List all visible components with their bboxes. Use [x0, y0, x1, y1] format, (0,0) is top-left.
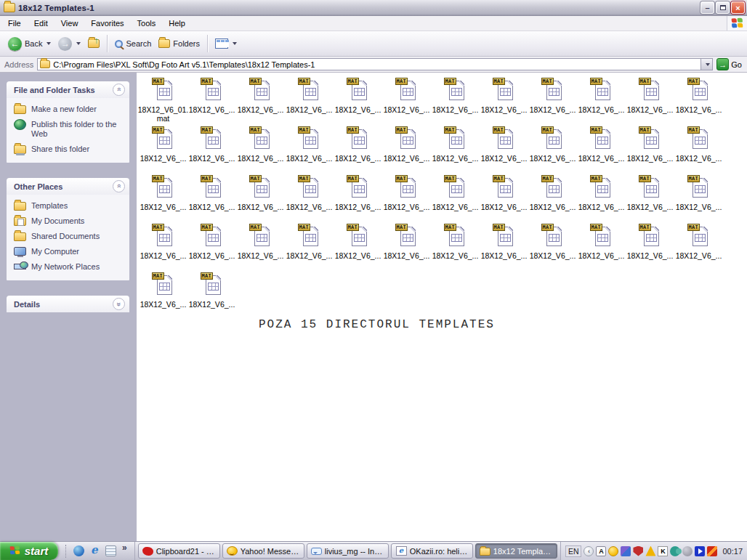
sidebar-item-make-a-new-folder[interactable]: Make a new folder — [14, 104, 125, 114]
folders-button[interactable]: Folders — [155, 37, 203, 50]
file-item[interactable]: MAT 18X12_V6_... — [528, 223, 577, 272]
sidebar-panel-header[interactable]: Other Places » — [7, 178, 129, 195]
menu-item-file[interactable]: File — [1, 17, 28, 30]
views-dropdown-icon[interactable] — [233, 42, 237, 45]
file-item[interactable]: MAT 18X12_V6_... — [528, 77, 577, 126]
views-button[interactable] — [211, 36, 241, 51]
file-item[interactable]: MAT 18X12_V6_... — [187, 126, 236, 174]
sidebar-item-shared-documents[interactable]: Shared Documents — [14, 231, 125, 241]
file-item[interactable]: MAT 18X12_V6_... — [236, 223, 285, 272]
file-item[interactable]: MAT 18X12_V6_... — [431, 223, 480, 272]
taskbar-task-18x12-templates-1[interactable]: 18x12 Templates-1 — [475, 543, 557, 559]
sidebar-panel-header[interactable]: Details » — [7, 296, 129, 312]
file-item[interactable]: MAT 18X12_V6_... — [334, 174, 382, 223]
menu-item-help[interactable]: Help — [162, 17, 192, 30]
file-item[interactable]: MAT 18X12_V6_... — [187, 77, 236, 126]
tray-downloader-icon[interactable] — [707, 546, 717, 556]
file-item[interactable]: MAT 18X12_V6_... — [187, 272, 236, 320]
close-button[interactable]: × — [731, 1, 745, 14]
show-desktop-icon[interactable] — [105, 545, 116, 556]
file-item[interactable]: MAT 18X12_V6_... — [382, 77, 431, 126]
file-item[interactable]: MAT 18X12_V6_... — [285, 77, 334, 126]
file-item[interactable]: MAT 18X12_V6_... — [382, 174, 431, 223]
taskbar-task-yahoo-messenger[interactable]: Yahoo! Messenger — [222, 543, 304, 559]
menu-item-view[interactable]: View — [54, 17, 85, 30]
file-item[interactable]: MAT 18X12_V6_... — [528, 126, 577, 174]
file-item[interactable]: MAT 18X12_V6_... — [577, 174, 626, 223]
file-item[interactable]: MAT 18X12_V6_... — [285, 223, 334, 272]
file-item[interactable]: MAT 18X12_V6_... — [480, 126, 528, 174]
back-dropdown-icon[interactable] — [47, 42, 51, 45]
tray-player-icon[interactable] — [695, 546, 705, 556]
file-item[interactable]: MAT 18X12_V6_... — [431, 77, 480, 126]
file-item[interactable]: MAT 18X12_V6_... — [674, 223, 723, 272]
file-item[interactable]: MAT 18X12_V6_... — [139, 126, 187, 174]
clock[interactable]: 00:17 — [722, 547, 743, 556]
file-item[interactable]: MAT 18X12_V6_... — [139, 174, 187, 223]
address-dropdown-button[interactable] — [700, 59, 712, 70]
chevron-icon[interactable]: » — [113, 84, 125, 96]
file-item[interactable]: MAT 18X12_V6_... — [139, 223, 187, 272]
sidebar-item-my-network-places[interactable]: My Network Places — [14, 261, 125, 272]
tray-msn-icon[interactable] — [621, 546, 631, 556]
taskbar-task-clipboard21-irf[interactable]: Clipboard21 - Irf... — [138, 543, 220, 559]
tray-warning-icon[interactable] — [645, 546, 655, 556]
file-item[interactable]: MAT 18X12_V6_... — [334, 126, 382, 174]
file-list-area[interactable]: MAT 18X12_V6_01.mat MAT 18X12_V6_... MAT… — [137, 73, 747, 541]
file-item[interactable]: MAT 18X12_V6_... — [285, 126, 334, 174]
go-button[interactable]: → Go — [716, 58, 745, 70]
file-item[interactable]: MAT 18X12_V6_... — [236, 77, 285, 126]
restore-button[interactable] — [716, 1, 730, 14]
menu-item-favorites[interactable]: Favorites — [84, 17, 130, 30]
sidebar-item-share-this-folder[interactable]: Share this folder — [14, 144, 125, 154]
back-button[interactable]: ← Back — [4, 35, 54, 53]
taskbar-task-livius-mg-inst[interactable]: livius_mg -- Inst... — [307, 543, 389, 559]
file-item[interactable]: MAT 18X12_V6_... — [236, 126, 285, 174]
chevron-icon[interactable]: » — [113, 298, 125, 310]
address-input[interactable]: C:\Program Files\PXL Soft\Dg Foto Art v5… — [37, 58, 713, 70]
start-button[interactable]: start — [0, 542, 58, 560]
tray-yahoo-icon[interactable] — [608, 546, 618, 556]
file-item[interactable]: MAT 18X12_V6_... — [577, 77, 626, 126]
quick-launch-overflow-chevron[interactable]: » — [121, 543, 129, 553]
file-item[interactable]: MAT 18X12_V6_... — [674, 174, 723, 223]
file-item[interactable]: MAT 18X12_V6_... — [577, 223, 626, 272]
menu-item-tools[interactable]: Tools — [131, 17, 163, 30]
search-button[interactable]: Search — [111, 37, 155, 50]
file-item[interactable]: MAT 18X12_V6_... — [431, 174, 480, 223]
sidebar-item-templates[interactable]: Templates — [14, 200, 125, 211]
file-item[interactable]: MAT 18X12_V6_... — [480, 174, 528, 223]
menu-item-edit[interactable]: Edit — [28, 17, 54, 30]
ie-quick-icon[interactable] — [89, 545, 100, 556]
file-item[interactable]: MAT 18X12_V6_... — [528, 174, 577, 223]
file-item[interactable]: MAT 18X12_V6_... — [626, 77, 674, 126]
minimize-button[interactable]: – — [700, 1, 714, 14]
forward-button[interactable]: → — [54, 35, 84, 53]
file-item[interactable]: MAT 18X12_V6_... — [139, 272, 187, 320]
tray-people-icon[interactable] — [670, 546, 680, 556]
forward-dropdown-icon[interactable] — [76, 42, 81, 45]
tray-volume-icon[interactable] — [682, 546, 693, 556]
file-item[interactable]: MAT 18X12_V6_... — [285, 174, 334, 223]
file-item[interactable]: MAT 18X12_V6_... — [626, 223, 674, 272]
file-item[interactable]: MAT 18X12_V6_... — [674, 126, 723, 174]
file-item[interactable]: MAT 18X12_V6_... — [334, 223, 382, 272]
taskbar-task-okazii-ro-heli-ho[interactable]: OKazii.ro: heli ho... — [391, 543, 473, 559]
sidebar-item-my-documents[interactable]: My Documents — [14, 216, 125, 226]
address-path[interactable]: C:\Program Files\PXL Soft\Dg Foto Art v5… — [53, 60, 698, 69]
tray-collapse-icon[interactable]: ‹ — [584, 546, 594, 556]
file-item[interactable]: MAT 18X12_V6_... — [431, 126, 480, 174]
file-item[interactable]: MAT 18X12_V6_... — [382, 223, 431, 272]
file-item[interactable]: MAT 18X12_V6_... — [626, 174, 674, 223]
tray-language-icon[interactable]: A — [596, 546, 606, 556]
file-item[interactable]: MAT 18X12_V6_... — [187, 174, 236, 223]
sidebar-item-my-computer[interactable]: My Computer — [14, 246, 125, 256]
sidebar-item-publish-this-folder-to-the-web[interactable]: Publish this folder to the Web — [14, 119, 125, 139]
up-button[interactable]: ↑ — [84, 37, 103, 50]
chevron-icon[interactable]: » — [113, 180, 125, 192]
file-item[interactable]: MAT 18X12_V6_... — [334, 77, 382, 126]
file-item[interactable]: MAT 18X12_V6_... — [480, 223, 528, 272]
file-item[interactable]: MAT 18X12_V6_... — [382, 126, 431, 174]
file-item[interactable]: MAT 18X12_V6_01.mat — [139, 77, 187, 126]
file-item[interactable]: MAT 18X12_V6_... — [480, 77, 528, 126]
